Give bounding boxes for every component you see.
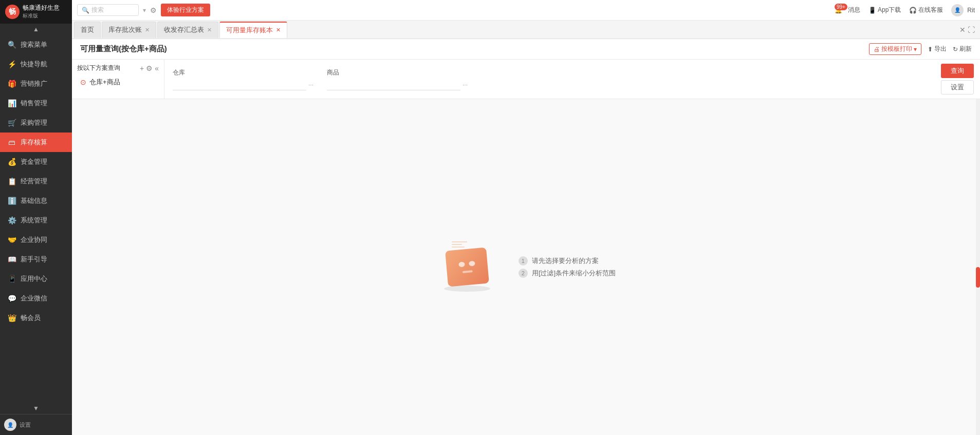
sidebar-bottom[interactable]: 👤 设置 (0, 414, 72, 435)
tab-home[interactable]: 首页 (74, 22, 101, 38)
cart-icon: 🛒 (7, 119, 16, 127)
print-btn[interactable]: 🖨 按模板打印 ▾ (869, 43, 921, 55)
sidebar-item-purchase[interactable]: 🛒 采购管理 (0, 113, 72, 133)
refresh-btn[interactable]: ↻ 刷新 (953, 45, 972, 53)
global-search[interactable]: 🔍 搜索 (77, 4, 139, 16)
sidebar-item-search[interactable]: 🔍 搜索菜单 (0, 35, 72, 54)
online-service-btn[interactable]: 🎧 在线客服 (909, 6, 943, 14)
sidebar-item-fund[interactable]: 💰 资金管理 (0, 152, 72, 172)
notification-badge-wrap[interactable]: 🔔 99+ (835, 7, 842, 14)
app-logo[interactable]: 畅 畅康通好生意 标准版 (0, 0, 72, 24)
sidebar-menu: 🔍 搜索菜单 ⚡ 快捷导航 🎁 营销推广 📊 销售管理 🛒 采购管理 🗃 库存核… (0, 35, 72, 403)
tab-close-icon[interactable]: ✕ (145, 27, 150, 33)
goods-more-btn[interactable]: ··· (463, 81, 468, 88)
warehouse-input[interactable] (173, 79, 306, 90)
info-icon: ℹ️ (7, 197, 16, 205)
empty-tip-1: 1 请先选择要分析的方案 (519, 256, 616, 266)
crown-icon: 👑 (7, 314, 16, 322)
trial-btn[interactable]: 体验行业方案 (161, 4, 210, 16)
notification-label: 消息 (848, 6, 860, 14)
page-actions: 🖨 按模板打印 ▾ ⬆ 导出 ↻ 刷新 (869, 43, 972, 55)
sidebar-item-label: 应用中心 (21, 274, 47, 283)
page-title: 可用量查询(按仓库+商品) (80, 44, 167, 54)
empty-state-container: 1 请先选择要分析的方案 2 用[过滤]条件来缩小分析范围 (436, 241, 616, 293)
filter-schemes-header: 按以下方案查询 + ⚙ « (77, 64, 159, 72)
goods-input[interactable] (327, 79, 460, 90)
tab-active-close-icon[interactable]: ✕ (276, 27, 281, 33)
sidebar-item-wechat[interactable]: 💬 企业微信 (0, 289, 72, 308)
notification-btn[interactable]: 🔔 99+ 消息 (835, 6, 860, 14)
lightning-icon: ⚡ (7, 60, 16, 68)
filter-schemes-panel: 按以下方案查询 + ⚙ « ⊙ 仓库+商品 (72, 60, 164, 99)
sidebar-item-inventory[interactable]: 🗃 库存核算 (0, 133, 72, 152)
app-download-btn[interactable]: 📱 App下载 (868, 6, 901, 14)
scroll-down-btn[interactable]: ▼ (0, 403, 72, 414)
printer-icon: 🖨 (874, 46, 880, 53)
window-buttons: ✕ ⛶ (959, 26, 978, 34)
tip-text-1: 请先选择要分析的方案 (532, 256, 599, 266)
ops-icon: 📋 (7, 177, 16, 185)
gift-icon: 🎁 (7, 80, 16, 88)
sidebar-item-label: 企业微信 (21, 294, 47, 303)
window-close-btn[interactable]: ✕ (959, 26, 966, 34)
export-btn[interactable]: ⬆ 导出 (928, 45, 947, 53)
sidebar-item-vip[interactable]: 👑 畅会员 (0, 308, 72, 328)
tab-receive-summary-label: 收发存汇总表 (164, 25, 204, 34)
right-scrollbar[interactable] (976, 99, 980, 435)
sidebar-item-label: 库存核算 (21, 138, 47, 147)
app-edition: 标准版 (23, 12, 60, 20)
sidebar-item-ops[interactable]: 📋 经营管理 (0, 172, 72, 191)
settings-gear-icon[interactable]: ⚙ (150, 6, 157, 14)
sidebar-item-appcenter[interactable]: 📱 应用中心 (0, 269, 72, 289)
tab-available-ledger[interactable]: 可用量库存账本 ✕ (219, 22, 287, 38)
tab-batch-ledger[interactable]: 库存批次账 ✕ (102, 22, 156, 38)
sidebar-item-shortcut[interactable]: ⚡ 快捷导航 (0, 54, 72, 74)
app-name: 畅康通好生意 (23, 4, 60, 12)
top-header: 🔍 搜索 ▾ ⚙ 体验行业方案 🔔 99+ 消息 📱 App下载 🎧 在线客服 (72, 0, 980, 21)
sidebar-item-label: 经营管理 (21, 177, 47, 186)
sidebar-item-newguide[interactable]: 📖 新手引导 (0, 250, 72, 269)
gear-icon: ⚙️ (7, 216, 16, 224)
scheme-collapse-btn[interactable]: « (155, 64, 159, 72)
sidebar-item-label: 基础信息 (21, 196, 47, 205)
sidebar-item-label: 畅会员 (21, 313, 41, 323)
sidebar-item-label: 销售管理 (21, 99, 47, 108)
dropdown-arrow[interactable]: ▾ (143, 7, 146, 14)
user-avatar: 👤 (951, 4, 964, 16)
filter-area: 按以下方案查询 + ⚙ « ⊙ 仓库+商品 仓库 ··· (72, 60, 980, 99)
tab-close-icon[interactable]: ✕ (207, 27, 212, 33)
sidebar-item-enterprise[interactable]: 🤝 企业协同 (0, 230, 72, 250)
sidebar-item-basic[interactable]: ℹ️ 基础信息 (0, 191, 72, 211)
sidebar-item-label: 采购管理 (21, 118, 47, 127)
scroll-up-btn[interactable]: ▲ (0, 24, 72, 35)
print-dropdown-arrow[interactable]: ▾ (914, 46, 917, 53)
phone-icon: 📱 (868, 7, 876, 14)
sidebar-item-marketing[interactable]: 🎁 营销推广 (0, 74, 72, 93)
sidebar-item-sales[interactable]: 📊 销售管理 (0, 93, 72, 113)
scheme-settings-btn[interactable]: ⚙ (146, 64, 153, 72)
notification-count: 99+ (835, 4, 847, 10)
tab-batch-ledger-label: 库存批次账 (108, 25, 142, 34)
chart-icon: 📊 (7, 99, 16, 107)
filter-fields: 仓库 ··· 商品 ··· (164, 60, 935, 99)
user-area[interactable]: 👤 Rit (951, 4, 975, 16)
window-maximize-btn[interactable]: ⛶ (968, 26, 975, 34)
sidebar-item-system[interactable]: ⚙️ 系统管理 (0, 211, 72, 230)
main-content: 🔍 搜索 ▾ ⚙ 体验行业方案 🔔 99+ 消息 📱 App下载 🎧 在线客服 (72, 0, 980, 435)
app-download-label: App下载 (878, 6, 901, 14)
wechat-icon: 💬 (7, 294, 16, 302)
scrollbar-thumb[interactable] (976, 267, 980, 288)
settings-btn[interactable]: 设置 (941, 80, 974, 94)
tab-home-label: 首页 (81, 25, 94, 34)
empty-shadow (444, 286, 490, 292)
empty-tips: 1 请先选择要分析的方案 2 用[过滤]条件来缩小分析范围 (519, 256, 616, 278)
goods-label: 商品 (327, 68, 471, 77)
query-btn[interactable]: 查询 (941, 64, 974, 78)
add-scheme-btn[interactable]: + (140, 64, 144, 72)
tab-receive-summary[interactable]: 收发存汇总表 ✕ (157, 22, 218, 38)
warehouse-more-btn[interactable]: ··· (308, 81, 313, 88)
tip-num-1: 1 (519, 256, 528, 266)
refresh-icon: ↻ (953, 46, 958, 53)
scheme-item[interactable]: ⊙ 仓库+商品 (77, 75, 159, 89)
search-icon: 🔍 (82, 7, 89, 14)
